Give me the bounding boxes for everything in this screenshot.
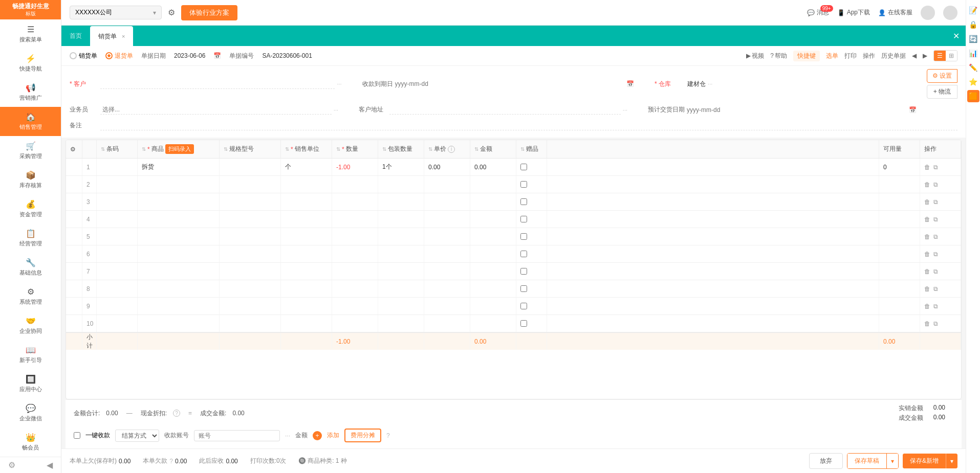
video-btn[interactable]: ▶ 视频 [746, 52, 764, 60]
sidebar-item-marketing[interactable]: 📢 营销推广 [0, 78, 61, 107]
next-btn[interactable]: ▶ [923, 52, 927, 59]
delete-icon-2[interactable]: 🗑 [924, 181, 930, 188]
settings-btn[interactable]: ⚙ ⚙ 设置设置 [927, 69, 957, 83]
customer-addr-dots[interactable]: ··· [623, 107, 627, 113]
sidebar-item-inventory[interactable]: 📦 库存核算 [0, 165, 61, 194]
td-price-1[interactable]: 0.00 [424, 159, 470, 175]
gift-checkbox-1[interactable] [520, 164, 527, 170]
tab-sales-order[interactable]: 销货单 × [90, 26, 133, 47]
th-settings[interactable]: ⚙ [66, 140, 82, 158]
customer-dots[interactable]: ··· [337, 81, 341, 87]
sidebar-item-search[interactable]: ☰ 搜索菜单 [0, 19, 61, 49]
due-date-input[interactable] [393, 79, 625, 88]
customer-input[interactable] [100, 79, 335, 89]
user-avatar[interactable] [921, 6, 935, 20]
help-btn[interactable]: ? 帮助 [770, 52, 787, 60]
right-panel-icon-4[interactable]: 📊 [967, 47, 979, 59]
salesperson-dots[interactable]: ··· [334, 107, 338, 113]
price-info-icon[interactable]: i [448, 146, 455, 153]
sidebar-item-system[interactable]: ⚙ 系统管理 [0, 282, 61, 311]
account-input[interactable] [194, 430, 280, 441]
tab-close-btn[interactable]: × [122, 33, 125, 39]
td-barcode-1[interactable] [97, 159, 138, 175]
sidebar-item-guide[interactable]: 📖 新手引导 [0, 340, 61, 369]
gift-checkbox-2[interactable] [520, 181, 527, 188]
right-panel-icon-1[interactable]: 📝 [967, 4, 979, 16]
copy-icon-3[interactable]: ⧉ [933, 198, 938, 206]
trial-btn[interactable]: 体验行业方案 [181, 5, 237, 20]
abandon-btn[interactable]: 放弃 [809, 453, 843, 469]
draft-btn[interactable]: 保存草稿 [847, 454, 886, 468]
td-remark-1[interactable] [547, 159, 879, 175]
right-panel-icon-2[interactable]: 🔒 [967, 18, 979, 31]
logistics-btn[interactable]: + 物流+ 物流 [927, 85, 957, 99]
td-unit-1[interactable]: 个 [281, 159, 332, 175]
sidebar-item-sales[interactable]: 🏠 销售管理 [0, 107, 61, 136]
draft-dropdown-btn[interactable]: ▾ [886, 454, 898, 468]
one-click-payment-checkbox[interactable] [74, 432, 80, 439]
right-panel-icon-5[interactable]: ✏️ [967, 61, 979, 74]
company-select[interactable]: XXXXXX公司 ▾ [70, 6, 162, 19]
sidebar-item-purchase[interactable]: 🛒 采购管理 [0, 136, 61, 165]
sidebar-item-basic[interactable]: 🔧 基础信息 [0, 253, 61, 282]
sidebar-item-vip[interactable]: 👑 畅会员 [0, 427, 61, 457]
radio-return[interactable]: 退货单 [105, 52, 133, 60]
radio-sale[interactable]: 销货单 [70, 52, 97, 60]
save-new-btn[interactable]: 保存&新增 [903, 454, 946, 468]
copy-icon-1[interactable]: ⧉ [933, 164, 938, 171]
shortcuts-btn[interactable]: 快捷键 [793, 51, 820, 61]
online-service-btn[interactable]: 👤 在线客服 [878, 8, 912, 17]
message-btn[interactable]: 💬 消息 99+ [807, 8, 829, 17]
tab-home[interactable]: 首页 [61, 26, 90, 46]
sidebar-item-quick-nav[interactable]: ⚡ 快捷导航 [0, 49, 61, 78]
prev-btn[interactable]: ◀ [912, 52, 917, 59]
fee-split-btn[interactable]: 费用分摊 [344, 429, 381, 442]
sidebar-item-enterprise[interactable]: 🤝 企业协同 [0, 311, 61, 340]
td-qty-1[interactable]: -1.00 [332, 159, 378, 175]
operate-btn[interactable]: 操作 [863, 52, 875, 60]
delete-icon-1[interactable]: 🗑 [924, 164, 930, 171]
right-panel-icon-6[interactable]: ⭐ [967, 76, 979, 88]
right-panel-icon-3[interactable]: 🔄 [967, 33, 979, 45]
history-btn[interactable]: 历史单据 [881, 52, 906, 60]
scan-btn[interactable]: 扫码录入 [165, 144, 194, 154]
payment-dots[interactable]: ··· [285, 432, 290, 439]
sidebar-settings-icon[interactable]: ⚙ [8, 460, 15, 470]
app-download-btn[interactable]: 📱 App下载 [837, 8, 870, 17]
print-btn[interactable]: 打印 [844, 52, 857, 60]
warehouse-dots[interactable]: ··· [708, 81, 712, 87]
salesperson-input[interactable] [100, 105, 332, 115]
calendar-icon[interactable]: 📅 [213, 52, 221, 59]
user-avatar-2[interactable] [943, 6, 957, 20]
sidebar-collapse-icon[interactable]: ◀ [47, 460, 53, 470]
sidebar-item-wechat[interactable]: 💬 企业微信 [0, 398, 61, 427]
settle-method-select[interactable]: 结算方式 [115, 430, 159, 442]
td-gift-1[interactable] [516, 159, 547, 175]
balance-help-icon[interactable]: ? [169, 458, 173, 465]
gift-checkbox-3[interactable] [520, 198, 527, 205]
td-product-1[interactable]: 拆货 [138, 159, 220, 175]
list-view-btn[interactable]: ☰ [934, 51, 946, 61]
product-type-icon[interactable]: 🔘 [298, 457, 306, 464]
payment-help-icon[interactable]: ? [386, 432, 390, 439]
td-spec-1[interactable] [220, 159, 281, 175]
copy-icon-2[interactable]: ⧉ [933, 181, 938, 188]
close-all-tabs-btn[interactable]: ✕ [953, 31, 966, 41]
sidebar-item-appstore[interactable]: 🔲 应用中心 [0, 369, 61, 398]
delete-icon-3[interactable]: 🗑 [924, 198, 930, 206]
save-new-dropdown-btn[interactable]: ▾ [946, 454, 957, 468]
settings-gear-icon[interactable]: ⚙ [168, 8, 175, 17]
notes-input[interactable] [100, 121, 957, 130]
sidebar-item-management[interactable]: 📋 经营管理 [0, 223, 61, 253]
expected-date-input[interactable] [685, 105, 907, 115]
grid-view-btn[interactable]: ⊞ [946, 51, 957, 61]
add-payment-btn[interactable]: + [313, 431, 322, 440]
right-panel-icon-7[interactable]: 🟧 [967, 90, 979, 102]
td-amount-1[interactable]: 0.00 [470, 159, 516, 175]
due-date-calendar-icon[interactable]: 📅 [626, 80, 634, 87]
expected-date-calendar-icon[interactable]: 📅 [909, 106, 917, 114]
discount-info-icon[interactable]: ? [173, 410, 180, 417]
sidebar-item-finance[interactable]: 💰 资金管理 [0, 194, 61, 223]
select-btn[interactable]: 选单 [826, 52, 838, 60]
td-pkg-1[interactable]: 1个 [378, 159, 424, 175]
